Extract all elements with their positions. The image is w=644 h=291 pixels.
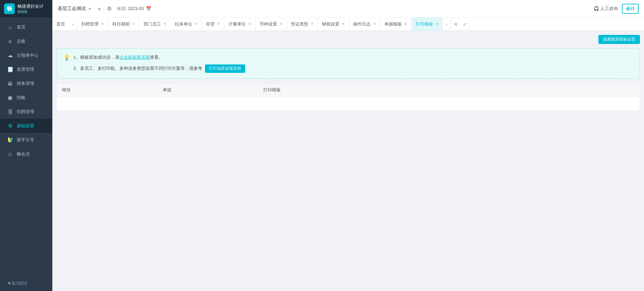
tab-print[interactable]: 打印模板 ✕ — [412, 17, 443, 31]
notice-line-2: 💡 2、多员工、多打印机、多种业务类型设置不同打印方案等，请参考 打印场景设置宣… — [63, 64, 633, 73]
add-tab-button[interactable]: ＋ — [95, 5, 104, 13]
ledger-icon: ≡ — [7, 39, 13, 44]
content-area: 隐藏预置模板设置 💡 1、模板添加成功后，请点击刷新新页面查看。 💡 2、多员工… — [52, 31, 644, 291]
sidebar-item-member[interactable]: ◇ 畅会员 — [0, 147, 52, 161]
sidebar-item-invoice[interactable]: 🧾 发票管理 — [0, 62, 52, 77]
tab-finance[interactable]: 财税设置 ✕ — [318, 17, 349, 31]
sidebar-item-closing[interactable]: ▣ 结账 — [0, 91, 52, 105]
hide-template-button[interactable]: 隐藏预置模板设置 — [598, 35, 640, 44]
tab-close-slip[interactable]: ✕ — [404, 22, 407, 26]
tab-slip[interactable]: 单据模板 ✕ — [380, 17, 412, 31]
sidebar-item-archive[interactable]: 🗄 归档管理 — [0, 105, 52, 119]
guide-icon: 🔰 — [7, 137, 13, 143]
sidebar-item-tax[interactable]: 🏛 税务管理 — [0, 77, 52, 91]
kuaiji-button[interactable]: 会计 — [622, 4, 639, 14]
col-header-print: 打印模板 — [258, 84, 640, 96]
tabbar: 首页 ‹ 归档管理 ✕ 科目期初 ✕ 部门员工 ✕ 往来单位 ✕ 存货 ✕ 计量… — [52, 17, 644, 31]
sidebar: 畅 畅捷通好会计 旗舰版 ⌂ 首页 ≡ 总账 ☁ 云报表中心 🧾 发票管理 🏛 … — [0, 0, 52, 291]
sidebar-logo: 畅 畅捷通好会计 旗舰版 — [0, 0, 52, 17]
tax-icon: 🏛 — [7, 81, 13, 87]
company-arrow-icon: ▼ — [88, 7, 92, 11]
col-header-slip: 单据 — [157, 84, 258, 96]
settings-button[interactable]: ⚙ — [107, 5, 112, 12]
headset-icon: 🎧 — [594, 6, 599, 11]
customer-service-button[interactable]: 🎧 人工咨询 — [594, 6, 618, 12]
logo-text: 畅捷通好会计 旗舰版 — [17, 4, 44, 14]
tab-subject[interactable]: 科目期初 ✕ — [108, 17, 140, 31]
table-body — [57, 97, 640, 110]
tab-close-inventory[interactable]: ✕ — [217, 22, 220, 26]
tab-close-voucher[interactable]: ✕ — [311, 22, 314, 26]
sidebar-item-guide[interactable]: 🔰 新手引导 — [0, 133, 52, 147]
sidebar-nav: ⌂ 首页 ≡ 总账 ☁ 云报表中心 🧾 发票管理 🏛 税务管理 ▣ 结账 🗄 归… — [0, 17, 52, 276]
notice-text-2: 2、多员工、多打印机、多种业务类型设置不同打印方案等，请参考 打印场景设置宣明 — [73, 64, 245, 73]
tab-oplog[interactable]: 操作日志 ✕ — [349, 17, 380, 31]
archive-icon: 🗄 — [7, 109, 13, 115]
tab-dept[interactable]: 部门员工 ✕ — [140, 17, 171, 31]
unpin-button[interactable]: ◀ 取消固定 — [0, 276, 52, 291]
tab-close-subject[interactable]: ✕ — [132, 22, 135, 26]
tab-inventory[interactable]: 存货 ✕ — [202, 17, 224, 31]
col-header-module: 模块 — [57, 84, 157, 96]
period-value: 2023-03 — [128, 6, 144, 11]
tab-currency[interactable]: 币种设置 ✕ — [256, 17, 287, 31]
tab-unit[interactable]: 计量单位 ✕ — [224, 17, 256, 31]
table-header: 模块 单据 打印模板 — [57, 84, 640, 97]
tab-partner[interactable]: 往来单位 ✕ — [171, 17, 202, 31]
settings-icon: ⚙ — [7, 123, 13, 129]
print-scene-button[interactable]: 打印场景设置宣明 — [205, 64, 245, 73]
invoice-icon: 🧾 — [7, 66, 13, 72]
tab-close-unit[interactable]: ✕ — [248, 22, 251, 26]
data-table: 模块 单据 打印模板 — [56, 83, 640, 110]
period-selector: 账期 2023-03 📅 — [117, 6, 151, 12]
tab-archive[interactable]: 归档管理 ✕ — [77, 17, 108, 31]
tab-voucher[interactable]: 凭证类型 ✕ — [287, 17, 318, 31]
tab-close-print[interactable]: ✕ — [435, 22, 438, 26]
tab-close-finance[interactable]: ✕ — [342, 22, 345, 26]
tab-close-oplog[interactable]: ✕ — [373, 22, 376, 26]
sidebar-item-reports[interactable]: ☁ 云报表中心 — [0, 48, 52, 62]
home-icon: ⌂ — [7, 25, 13, 30]
topbar: 基层工会测试 ▼ ＋ ⚙ 账期 2023-03 📅 🎧 人工咨询 会计 — [52, 0, 644, 17]
refresh-link[interactable]: 点击刷新新页面 — [119, 55, 150, 60]
sidebar-item-home[interactable]: ⌂ 首页 — [0, 20, 52, 34]
notice-line-1: 💡 1、模板添加成功后，请点击刷新新页面查看。 — [63, 54, 633, 61]
tab-nav-right[interactable]: › — [443, 17, 451, 31]
closing-icon: ▣ — [7, 95, 13, 101]
logo-icon: 畅 — [4, 3, 15, 14]
tab-close-currency[interactable]: ✕ — [279, 22, 282, 26]
bulb-icon: 💡 — [63, 54, 70, 61]
member-icon: ◇ — [7, 151, 13, 157]
company-name: 基层工会测试 — [58, 6, 86, 12]
main-area: 基层工会测试 ▼ ＋ ⚙ 账期 2023-03 📅 🎧 人工咨询 会计 首页 ‹… — [52, 0, 644, 291]
topbar-right: 🎧 人工咨询 会计 — [594, 4, 639, 14]
tab-close-archive[interactable]: ✕ — [101, 22, 104, 26]
reports-icon: ☁ — [7, 52, 13, 58]
tab-expand-button[interactable]: ⤢ — [460, 17, 470, 31]
tab-close-partner[interactable]: ✕ — [195, 22, 198, 26]
notice-box: 💡 1、模板添加成功后，请点击刷新新页面查看。 💡 2、多员工、多打印机、多种业… — [56, 48, 640, 79]
notice-text-1: 1、模板添加成功后，请点击刷新新页面查看。 — [73, 54, 163, 61]
tab-close-dept[interactable]: ✕ — [163, 22, 166, 26]
tab-home[interactable]: 首页 — [52, 17, 69, 31]
company-selector[interactable]: 基层工会测试 ▼ — [58, 6, 92, 12]
unpin-label: ◀ 取消固定 — [7, 281, 28, 286]
calendar-icon[interactable]: 📅 — [146, 6, 151, 11]
tab-close-all-button[interactable]: ✕ — [451, 17, 460, 31]
sidebar-item-ledger[interactable]: ≡ 总账 — [0, 34, 52, 48]
period-label: 账期 — [117, 6, 126, 12]
tab-nav-left[interactable]: ‹ — [69, 17, 77, 31]
sidebar-item-settings[interactable]: ⚙ 基础设置 — [0, 119, 52, 133]
